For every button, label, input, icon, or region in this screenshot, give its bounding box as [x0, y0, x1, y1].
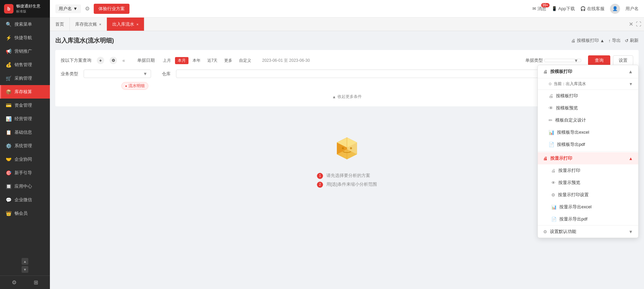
scroll-down-button[interactable]: ▼ [22, 266, 28, 273]
sidebar-item-operations[interactable]: 📊 经营管理 [0, 112, 50, 126]
dropdown-sub-item-display-settings[interactable]: ⚙ 按显示打印设置 [538, 189, 638, 201]
sidebar-item-search[interactable]: 🔍 搜索菜单 [0, 18, 50, 31]
tab-batch-close-icon[interactable]: × [99, 22, 101, 26]
dropdown-sub-printer-icon: 🖨 [551, 168, 556, 173]
export-label: 导出 [612, 37, 621, 44]
app-name: 畅捷通好生意 [16, 4, 40, 9]
collapse-up-icon: ▲ [332, 95, 336, 99]
date-btn-more[interactable]: 更多 [222, 57, 235, 64]
business-type-select[interactable]: ▼ [84, 70, 151, 78]
sidebar-item-label: 畅会员 [14, 210, 28, 216]
scroll-up-button[interactable]: ▲ [22, 258, 28, 265]
tab-expand-icon[interactable]: ⛶ [636, 21, 641, 27]
settings-icon[interactable]: ⚙ [12, 279, 17, 286]
page-area: 出入库流水(流水明细) 🖨 按模板打印 ▲ ↑ 导出 ↺ 刷新 [50, 31, 644, 289]
sidebar-item-sales[interactable]: 💰 销售管理 [0, 58, 50, 72]
sidebar-scroll-controls: ▲ ▼ [0, 255, 50, 275]
sidebar-item-label: 库存核算 [14, 89, 32, 95]
filter-settings-button[interactable]: ⚙ [110, 57, 117, 64]
sidebar-item-inventory[interactable]: 📦 库存核算 [0, 85, 50, 99]
online-service-button[interactable]: 🎧 在线客服 [580, 6, 605, 12]
sidebar-item-basic[interactable]: 📋 基础信息 [0, 126, 50, 139]
tab-flow[interactable]: 出入库流水 × [107, 18, 144, 31]
app-download-button[interactable]: 📱 App下载 [552, 6, 575, 12]
date-btn-this-month[interactable]: 本月 [175, 57, 188, 64]
print-button[interactable]: 🖨 按模板打印 ▲ [571, 37, 605, 44]
sidebar-item-app-center[interactable]: 🔲 应用中心 [0, 180, 50, 193]
sidebar-item-quick-nav[interactable]: ⚡ 快捷导航 [0, 31, 50, 45]
message-button[interactable]: ✉ 消息 99+ [532, 6, 546, 12]
dropdown-sub-item-display-preview[interactable]: 👁 按显示预览 [538, 177, 638, 189]
dropdown-chevron-up-icon[interactable]: ▲ [628, 69, 633, 74]
sidebar-item-system[interactable]: ⚙️ 系统管理 [0, 139, 50, 153]
sidebar-item-wechat[interactable]: 💬 企业微信 [0, 193, 50, 207]
sidebar-item-label: 采购管理 [14, 75, 32, 81]
dropdown-item-template-export-excel[interactable]: 📊 按模板导出excel [538, 126, 638, 138]
filter-query-actions: 单据类型 ▼ 查询 设置 [525, 55, 633, 65]
basic-icon: 📋 [5, 129, 12, 136]
empty-illustration [330, 131, 364, 164]
dropdown-item-template-custom[interactable]: ✏ 模板自定义设计 [538, 114, 638, 126]
dropdown-section-printer-icon: 🖨 [543, 156, 548, 161]
dropdown-sub-item-display-print[interactable]: 🖨 按显示打印 [538, 164, 638, 177]
dropdown-footer[interactable]: ⚙ 设置默认功能 ▼ [538, 225, 638, 238]
step-1-number: 1 [317, 173, 323, 179]
sidebar-nav: 🔍 搜索菜单 ⚡ 快捷导航 📢 营销推广 💰 销售管理 🛒 采购管理 📦 库存核… [0, 18, 50, 255]
sidebar-item-label: 企业微信 [14, 197, 32, 203]
username-label[interactable]: 用户名 [625, 6, 639, 12]
dropdown-item-template-export-pdf[interactable]: 📄 按模板导出pdf [538, 138, 638, 151]
dropdown-item-label: 按模板打印 [556, 93, 578, 99]
user-selector[interactable]: 用户名 ▼ [55, 4, 81, 13]
sidebar-item-finance[interactable]: 💳 资金管理 [0, 99, 50, 112]
empty-steps: 1 请先选择要分析的方案 2 用[选]条件来缩小分析范围 [317, 171, 377, 189]
avatar[interactable]: 👤 [610, 4, 620, 14]
tabs-right-controls: ✕ ⛶ [629, 21, 644, 27]
dropdown-sub-item-label: 按显示导出excel [559, 204, 591, 210]
filter-tag-stream[interactable]: ● 流水明细 [121, 82, 148, 90]
sidebar-item-vip[interactable]: 👑 畅会员 [0, 207, 50, 220]
dropdown-header[interactable]: 🖨 按模板打印 ▲ [538, 65, 638, 78]
dropdown-sub-pdf-icon: 📄 [551, 217, 557, 222]
query-button[interactable]: 查询 [588, 55, 610, 65]
online-service-label: 在线客服 [587, 6, 605, 12]
sidebar-item-purchase[interactable]: 🛒 采购管理 [0, 72, 50, 85]
tab-batch[interactable]: 库存批次账 × [70, 18, 107, 31]
dropdown-sub-item-display-export-excel[interactable]: 📊 按显示导出excel [538, 201, 638, 213]
dropdown-section-display[interactable]: 🖨 按显示打印 ▲ [538, 152, 638, 164]
page-actions: 🖨 按模板打印 ▲ ↑ 导出 ↺ 刷新 [571, 37, 639, 44]
voucher-type-select[interactable]: ▼ [544, 59, 581, 62]
dropdown-sub-item-display-export-pdf[interactable]: 📄 按显示导出pdf [538, 213, 638, 225]
collapse-button[interactable]: ▲ 收起更多条件 [332, 94, 362, 100]
gear-icon[interactable]: ⚙ [85, 5, 90, 12]
tab-home[interactable]: 首页 [50, 18, 70, 31]
dropdown-item-template-preview[interactable]: 👁 按模板预览 [538, 102, 638, 114]
column-settings-button[interactable]: 设置 [613, 55, 633, 65]
sidebar-item-marketing[interactable]: 📢 营销推广 [0, 45, 50, 58]
sidebar-item-guide[interactable]: 🎯 新手引导 [0, 166, 50, 180]
filter-add-button[interactable]: + [97, 57, 104, 64]
date-btn-custom[interactable]: 自定义 [236, 57, 254, 64]
search-icon: 🔍 [5, 21, 12, 28]
dropdown-item-label: 模板自定义设计 [555, 117, 586, 123]
sidebar-item-label: 企业协同 [14, 156, 32, 162]
sidebar-item-cooperation[interactable]: 🤝 企业协同 [0, 153, 50, 166]
tab-close-all-icon[interactable]: ✕ [629, 21, 633, 27]
filter-tag-icon: ● [125, 84, 127, 88]
export-button[interactable]: ↑ 导出 [609, 37, 621, 44]
sidebar-item-label: 销售管理 [14, 62, 32, 68]
filter-collapse-icon[interactable]: « [122, 58, 125, 63]
tab-flow-close-icon[interactable]: × [136, 22, 138, 26]
date-btn-7days[interactable]: 近7天 [205, 57, 221, 64]
dropdown-title: 按模板打印 [550, 69, 572, 75]
dropdown-item-template-print[interactable]: 🖨 按模板打印 [538, 90, 638, 102]
marketing-icon: 📢 [5, 48, 12, 55]
trial-button[interactable]: 体验行业方案 [94, 4, 129, 14]
sidebar-item-label: 应用中心 [14, 183, 32, 189]
current-arrow-icon: ▼ [629, 82, 633, 86]
refresh-button[interactable]: ↺ 刷新 [625, 37, 639, 44]
date-btn-this-year[interactable]: 本年 [190, 57, 203, 64]
svg-point-5 [342, 147, 344, 149]
collapse-sidebar-icon[interactable]: ⊞ [34, 279, 38, 286]
sidebar-item-label: 经营管理 [14, 116, 32, 122]
date-btn-last-month[interactable]: 上月 [160, 57, 174, 64]
